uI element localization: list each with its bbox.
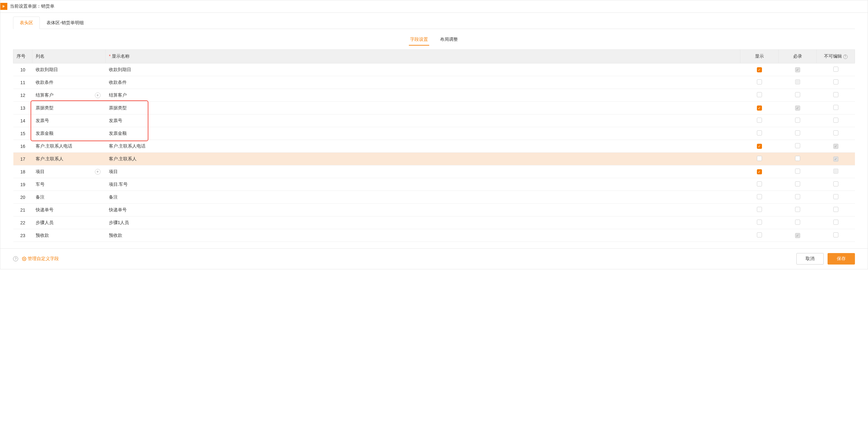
cell-display-name[interactable]: 客户.主联系人电话 xyxy=(106,140,740,153)
table-row[interactable]: 14发票号发票号 xyxy=(13,114,855,127)
column-name-label: 项目 xyxy=(36,169,44,175)
table-row[interactable]: 22步骤人员步骤1人员 xyxy=(13,217,855,229)
cell-display-name[interactable]: 收款条件 xyxy=(106,76,740,89)
checkbox-show[interactable] xyxy=(757,181,762,187)
th-readonly: 不可编辑? xyxy=(817,50,855,63)
cell-readonly xyxy=(817,178,855,191)
cell-display-name[interactable]: 结算客户 xyxy=(106,89,740,102)
checkbox-required[interactable] xyxy=(795,156,800,161)
manage-custom-fields-link[interactable]: 管理自定义字段 xyxy=(22,256,59,262)
tabs-container: 表头区表体区-销货单明细 字段设置布局调整 xyxy=(0,17,868,46)
cell-display-name[interactable]: 备注 xyxy=(106,191,740,204)
checkbox-readonly[interactable] xyxy=(833,79,838,84)
required-asterisk: * xyxy=(109,54,111,59)
help-icon[interactable]: ? xyxy=(13,256,18,261)
cell-display-name[interactable]: 客户.主联系人 xyxy=(106,153,740,165)
sub-tabs: 字段设置布局调整 xyxy=(13,29,855,46)
cell-display-name[interactable]: 步骤1人员 xyxy=(106,217,740,229)
checkbox-readonly[interactable] xyxy=(833,118,838,123)
checkbox-show[interactable] xyxy=(757,144,762,149)
info-icon[interactable]: ? xyxy=(843,55,848,59)
checkbox-show[interactable] xyxy=(757,220,762,225)
cell-required xyxy=(778,165,817,178)
checkbox-show[interactable] xyxy=(757,232,762,237)
th-name: 列名 xyxy=(32,50,106,63)
cell-display-name[interactable]: 项目.车号 xyxy=(106,178,740,191)
checkbox-readonly[interactable] xyxy=(833,220,838,225)
cell-name: 发票号 xyxy=(32,114,106,127)
table-row[interactable]: 17客户.主联系人客户.主联系人 xyxy=(13,153,855,165)
expand-sidebar-button[interactable] xyxy=(0,3,7,10)
cell-seq: 18 xyxy=(13,165,32,178)
checkbox-readonly[interactable] xyxy=(833,131,838,136)
cell-show xyxy=(740,165,778,178)
column-name-label: 客户.主联系人 xyxy=(36,156,64,162)
table-row[interactable]: 16客户.主联系人电话客户.主联系人电话 xyxy=(13,140,855,153)
cancel-button[interactable]: 取消 xyxy=(796,253,824,264)
cell-show xyxy=(740,63,778,76)
th-required: 必录 xyxy=(778,50,817,63)
cell-display-name[interactable]: 快递单号 xyxy=(106,204,740,217)
table-row[interactable]: 11收款条件收款条件 xyxy=(13,76,855,89)
checkbox-required[interactable] xyxy=(795,169,800,174)
cell-display-name[interactable]: 收款到期日 xyxy=(106,63,740,76)
cell-show xyxy=(740,127,778,140)
checkbox-required[interactable] xyxy=(795,143,800,148)
checkbox-show[interactable] xyxy=(757,79,762,84)
column-name-label: 发票号 xyxy=(36,118,49,124)
checkbox-required[interactable] xyxy=(795,92,800,97)
table-row[interactable]: 19车号项目.车号 xyxy=(13,178,855,191)
checkbox-required[interactable] xyxy=(795,118,800,123)
sub-tab-1[interactable]: 布局调整 xyxy=(439,34,459,46)
checkbox-required[interactable] xyxy=(795,181,800,187)
expand-plus-button[interactable]: + xyxy=(95,92,101,98)
checkbox-show[interactable] xyxy=(757,131,762,136)
checkbox-show[interactable] xyxy=(757,106,762,111)
checkbox-show[interactable] xyxy=(757,67,762,73)
checkbox-show[interactable] xyxy=(757,118,762,123)
save-button[interactable]: 保存 xyxy=(828,253,855,264)
checkbox-required[interactable] xyxy=(795,207,800,212)
checkbox-required xyxy=(795,106,800,111)
checkbox-readonly[interactable] xyxy=(833,207,838,212)
cell-display-name[interactable]: 票据类型 xyxy=(106,102,740,114)
checkbox-readonly[interactable] xyxy=(833,181,838,187)
cell-seq: 16 xyxy=(13,140,32,153)
checkbox-show[interactable] xyxy=(757,194,762,199)
table-row[interactable]: 15发票金额发票金额 xyxy=(13,127,855,140)
cell-required xyxy=(778,63,817,76)
checkbox-readonly[interactable] xyxy=(833,194,838,199)
table-row[interactable]: 21快递单号快递单号 xyxy=(13,204,855,217)
expand-plus-button[interactable]: + xyxy=(95,169,101,175)
table-row[interactable]: 18项目+项目 xyxy=(13,165,855,178)
top-tab-1[interactable]: 表体区-销货单明细 xyxy=(40,17,90,29)
th-display-name-label: 显示名称 xyxy=(112,54,130,59)
table-row[interactable]: 13票据类型票据类型 xyxy=(13,102,855,114)
table-row[interactable]: 10收款到期日收款到期日 xyxy=(13,63,855,76)
checkbox-readonly[interactable] xyxy=(833,92,838,97)
cell-display-name[interactable]: 发票号 xyxy=(106,114,740,127)
table-row[interactable]: 20备注备注 xyxy=(13,191,855,204)
cell-readonly xyxy=(817,153,855,165)
checkbox-required[interactable] xyxy=(795,220,800,225)
cell-name: 快递单号 xyxy=(32,204,106,217)
checkbox-required[interactable] xyxy=(795,194,800,199)
sub-tab-0[interactable]: 字段设置 xyxy=(409,34,429,46)
top-tab-0[interactable]: 表头区 xyxy=(13,17,40,29)
table-row[interactable]: 23预收款预收款 xyxy=(13,229,855,242)
checkbox-readonly[interactable] xyxy=(833,67,838,72)
cell-display-name[interactable]: 预收款 xyxy=(106,229,740,242)
checkbox-show[interactable] xyxy=(757,207,762,212)
checkbox-show[interactable] xyxy=(757,156,762,161)
checkbox-show[interactable] xyxy=(757,169,762,174)
checkbox-readonly[interactable] xyxy=(833,232,838,237)
cell-display-name[interactable]: 发票金额 xyxy=(106,127,740,140)
checkbox-readonly[interactable] xyxy=(833,105,838,110)
cell-display-name[interactable]: 项目 xyxy=(106,165,740,178)
table-row[interactable]: 12结算客户+结算客户 xyxy=(13,89,855,102)
cell-name: 车号 xyxy=(32,178,106,191)
checkbox-required[interactable] xyxy=(795,131,800,136)
cell-show xyxy=(740,204,778,217)
table-container: 序号 列名 *显示名称 显示 必录 不可编辑? 10收款到期日收款到期日11收款… xyxy=(13,49,855,242)
checkbox-show[interactable] xyxy=(757,92,762,97)
